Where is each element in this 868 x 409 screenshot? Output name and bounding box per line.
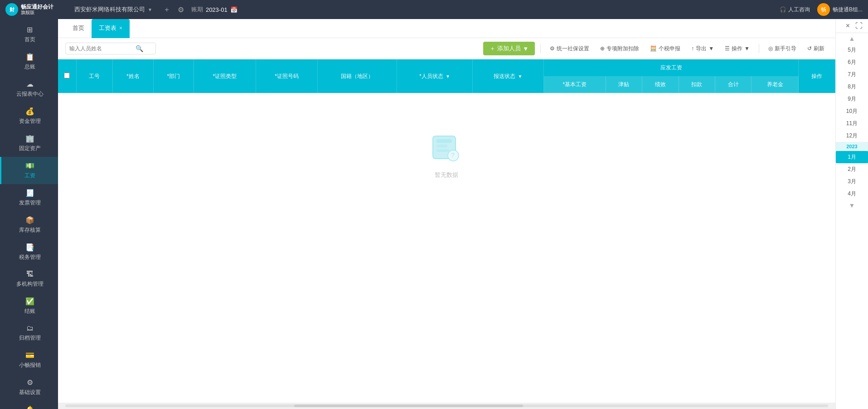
logo-icon: 财	[5, 3, 18, 16]
content-area: 首页 工资表 × 🔍 ＋ 添加人员 ▼ ⚙ 统一社保设置	[58, 19, 835, 409]
th-total: 合计	[715, 76, 752, 93]
report-filter-icon[interactable]: ▼	[518, 74, 523, 79]
export-btn[interactable]: ↑ 导出 ▼	[688, 43, 718, 54]
month-item-2[interactable]: 2月	[836, 163, 868, 175]
fund-icon: 💰	[25, 107, 34, 116]
multi-org-icon: 🏗	[26, 270, 34, 278]
sidebar-label-cloud-report: 云报表中心	[16, 90, 44, 98]
personal-tax-btn[interactable]: 🧮 个税申报	[646, 43, 684, 54]
horizontal-scrollbar[interactable]	[65, 404, 828, 407]
tab-close-icon[interactable]: ×	[119, 25, 122, 31]
tab-home[interactable]: 首页	[65, 19, 92, 38]
th-id-number: *证照号码	[256, 59, 318, 93]
month-item-5[interactable]: 5月	[836, 44, 868, 56]
month-item-4[interactable]: 4月	[836, 188, 868, 200]
th-department: *部门	[153, 59, 194, 93]
period-label: 账期	[191, 5, 203, 14]
company-selector[interactable]: 西安虾米网络科技有限公司 ▼	[71, 4, 156, 15]
add-icon: ＋	[490, 44, 495, 53]
user-info[interactable]: 畅 畅捷通B组...	[817, 3, 863, 16]
add-company-icon[interactable]: ＋	[161, 4, 172, 15]
month-item-3[interactable]: 3月	[836, 175, 868, 188]
month-item-10[interactable]: 10月	[836, 105, 868, 117]
social-security-icon: ⚙	[550, 45, 555, 52]
company-name: 西安虾米网络科技有限公司	[74, 5, 145, 14]
date-up-btn[interactable]: ▲	[836, 33, 868, 44]
special-deduct-btn[interactable]: ⊕ 专项附加扣除	[596, 43, 643, 54]
sidebar-item-salary[interactable]: 💵 工资	[0, 157, 58, 184]
svg-rect-1	[436, 139, 452, 143]
toolbar: 🔍 ＋ 添加人员 ▼ ⚙ 统一社保设置 ⊕ 专项附加扣除 🧮 个税申报	[58, 38, 835, 59]
add-person-label: 添加人员	[497, 44, 521, 53]
social-security-btn[interactable]: ⚙ 统一社保设置	[546, 43, 593, 54]
sidebar-label-fixed-asset: 固定资产	[19, 145, 41, 152]
th-pension: 养老金	[752, 76, 799, 93]
scrollbar-thumb[interactable]	[294, 404, 523, 407]
month-item-7[interactable]: 7月	[836, 68, 868, 81]
month-item-9[interactable]: 9月	[836, 93, 868, 105]
search-icon: 🔍	[136, 45, 143, 52]
sidebar-label-fund: 资金管理	[19, 117, 41, 125]
empty-text: 暂无数据	[435, 171, 458, 179]
month-item-11[interactable]: 11月	[836, 117, 868, 130]
th-payroll-group: 应发工资	[544, 59, 799, 76]
settlement-icon: ✅	[25, 297, 34, 306]
tab-home-label: 首页	[73, 24, 84, 32]
sidebar-item-ledger[interactable]: 📋 总账	[0, 48, 58, 75]
personnel-filter-icon[interactable]: ▼	[446, 74, 450, 79]
month-item-1-current[interactable]: 1月	[836, 151, 868, 163]
sidebar: ⊞ 首页 📋 总账 ☁ 云报表中心 💰 资金管理 🏢 固定资产 💵 工资 🧾 发…	[0, 19, 58, 409]
home-icon: ⊞	[27, 25, 33, 34]
app-edition: 旗舰版	[21, 10, 53, 15]
calendar-icon[interactable]: 📅	[230, 6, 238, 13]
sidebar-item-settlement[interactable]: ✅ 结账	[0, 292, 58, 320]
month-item-6[interactable]: 6月	[836, 56, 868, 68]
tax-icon: 📑	[25, 243, 34, 252]
add-person-button[interactable]: ＋ 添加人员 ▼	[483, 42, 535, 55]
month-item-8[interactable]: 8月	[836, 81, 868, 93]
sidebar-item-archive[interactable]: 🗂 归档管理	[0, 320, 58, 346]
export-dropdown-icon: ▼	[708, 45, 714, 52]
month-item-12[interactable]: 12月	[836, 130, 868, 142]
expand-panel-btn[interactable]: ⛶	[853, 21, 864, 31]
inventory-icon: 📦	[25, 216, 34, 224]
sidebar-item-fixed-asset[interactable]: 🏢 固定资产	[0, 130, 58, 157]
th-report-status: 报送状态 ▼	[472, 59, 543, 93]
empty-state: ? 暂无数据	[58, 93, 835, 215]
guide-btn[interactable]: ◎ 新手引导	[765, 43, 800, 54]
refresh-btn[interactable]: ↺ 刷新	[804, 43, 828, 54]
sidebar-item-tax[interactable]: 📑 税务管理	[0, 239, 58, 266]
sidebar-label-multi-org: 多机构管理	[16, 280, 44, 288]
empty-icon: ?	[428, 129, 465, 166]
sidebar-item-settings[interactable]: ⚙ 基础设置	[0, 374, 58, 401]
close-panel-btn[interactable]: ×	[844, 21, 852, 31]
sidebar-item-inventory[interactable]: 📦 库存核算	[0, 211, 58, 239]
date-down-btn[interactable]: ▼	[836, 200, 868, 211]
sidebar-item-fund[interactable]: 💰 资金管理	[0, 102, 58, 130]
th-name: *姓名	[112, 59, 153, 93]
salary-icon: 💵	[25, 161, 34, 170]
sidebar-item-multi-org[interactable]: 🏗 多机构管理	[0, 266, 58, 292]
operation-dropdown-icon: ▼	[744, 45, 750, 52]
sidebar-item-cloud-report[interactable]: ☁ 云报表中心	[0, 75, 58, 102]
select-all-checkbox[interactable]	[64, 73, 70, 78]
sidebar-item-invoice[interactable]: 🧾 发票管理	[0, 184, 58, 211]
sidebar-item-expense[interactable]: 💳 小畅报销	[0, 346, 58, 374]
sidebar-label-salary: 工资	[24, 172, 35, 180]
fixed-asset-icon: 🏢	[25, 134, 34, 143]
operation-btn[interactable]: ☰ 操作 ▼	[721, 43, 753, 54]
company-dropdown-icon: ▼	[148, 7, 152, 12]
search-input[interactable]	[69, 45, 133, 52]
main-layout: ⊞ 首页 📋 总账 ☁ 云报表中心 💰 资金管理 🏢 固定资产 💵 工资 🧾 发…	[0, 19, 868, 409]
settings-icon[interactable]: ⚙	[176, 5, 186, 15]
th-nationality: 国籍（地区）	[318, 59, 397, 93]
guide-toolbar-icon: ◎	[768, 45, 773, 52]
period-value: 2023-01	[206, 6, 228, 13]
th-id-type: *证照类型	[194, 59, 256, 93]
sidebar-item-home[interactable]: ⊞ 首页	[0, 21, 58, 48]
sidebar-item-guide[interactable]: 🔔 新手引导	[0, 401, 58, 409]
tab-salary-table[interactable]: 工资表 ×	[92, 19, 130, 38]
sidebar-label-invoice: 发票管理	[19, 199, 41, 207]
human-service-btn[interactable]: 🎧 人工咨询	[780, 6, 810, 14]
app-logo: 财 畅应通好会计 旗舰版	[5, 3, 63, 16]
